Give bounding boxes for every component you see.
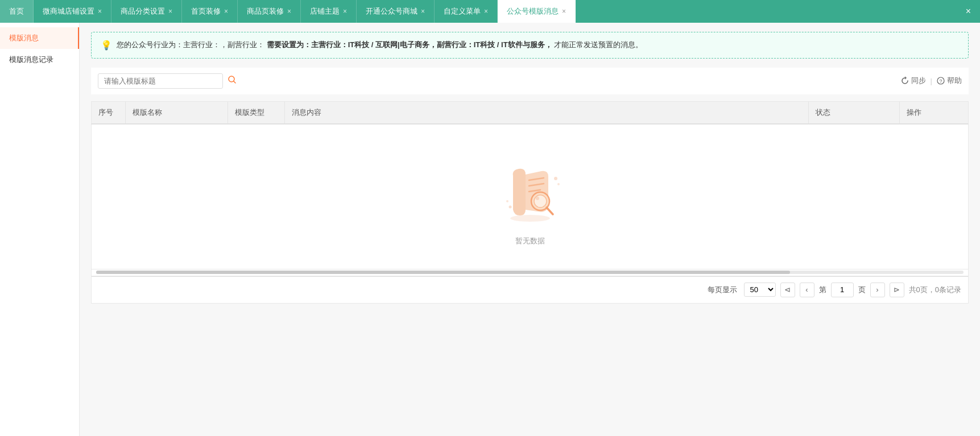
first-page-button[interactable]: ⊲ — [780, 283, 795, 297]
svg-point-14 — [508, 205, 511, 208]
search-icon — [228, 75, 237, 84]
tab-open-mall[interactable]: 开通公众号商城 × — [357, 0, 435, 23]
per-page-select[interactable]: 50 10 20 100 — [744, 283, 776, 297]
pagination-row: 每页显示 50 10 20 100 ⊲ ‹ 第 页 › ⊳ 共0页，0条记录 — [91, 276, 969, 304]
search-left — [98, 73, 237, 89]
sidebar-item-template-message[interactable]: 模版消息 — [0, 27, 79, 49]
scrollbar-thumb — [96, 271, 790, 274]
close-tab-store-theme[interactable]: × — [343, 7, 347, 15]
empty-text: 暂无数据 — [515, 236, 545, 246]
tab-wechat-store[interactable]: 微商城店铺设置 × — [34, 0, 111, 23]
tab-home-decor[interactable]: 首页装修 × — [182, 0, 238, 23]
close-tab-custom-menu[interactable]: × — [484, 7, 488, 15]
page-number-input[interactable] — [831, 283, 854, 297]
svg-line-1 — [234, 81, 235, 83]
sidebar: 模版消息 模版消息记录 — [0, 23, 80, 436]
svg-point-4 — [510, 215, 550, 222]
last-page-button[interactable]: ⊳ — [890, 283, 904, 297]
help-button[interactable]: ? 帮助 — [937, 76, 962, 86]
tab-bar: 首页 微商城店铺设置 × 商品分类设置 × 首页装修 × 商品页装修 × 店铺主… — [0, 0, 980, 23]
tab-template-msg[interactable]: 公众号模版消息 × — [498, 0, 576, 23]
total-info: 共0页，0条记录 — [909, 285, 961, 295]
th-index: 序号 — [92, 102, 126, 123]
close-tab-product-category[interactable]: × — [168, 7, 172, 15]
search-row: 同步 | ? 帮助 — [91, 68, 969, 94]
notice-text: 您的公众号行业为：主营行业：，副营行业： 需要设置为：主营行业：IT科技 / 互… — [117, 39, 959, 51]
close-tab-wechat-store[interactable]: × — [98, 7, 102, 15]
svg-point-13 — [557, 183, 560, 185]
close-tab-home-decor[interactable]: × — [224, 7, 228, 15]
svg-line-10 — [547, 207, 553, 214]
table-header: 序号 模版名称 模版类型 消息内容 状态 操作 — [91, 101, 969, 124]
main-layout: 模版消息 模版消息记录 💡 您的公众号行业为：主营行业：，副营行业： 需要设置为… — [0, 23, 980, 436]
notice-icon: 💡 — [101, 40, 112, 51]
scrollbar-row[interactable] — [91, 269, 969, 276]
tab-home[interactable]: 首页 — [0, 0, 34, 23]
svg-point-9 — [534, 195, 547, 207]
page-unit: 页 — [858, 285, 866, 295]
th-content: 消息内容 — [285, 102, 809, 123]
help-icon: ? — [937, 77, 945, 85]
prev-page-button[interactable]: ‹ — [800, 283, 814, 297]
table-container: 序号 模版名称 模版类型 消息内容 状态 操作 — [91, 101, 969, 304]
svg-point-12 — [554, 177, 557, 180]
per-page-label: 每页显示 — [708, 285, 737, 295]
svg-text:?: ? — [940, 78, 942, 84]
svg-point-15 — [506, 200, 508, 202]
notice-box: 💡 您的公众号行业为：主营行业：，副营行业： 需要设置为：主营行业：IT科技 /… — [91, 32, 969, 59]
close-all-tabs-button[interactable]: × — [957, 6, 980, 16]
svg-point-11 — [536, 197, 539, 200]
th-type: 模版类型 — [228, 102, 285, 123]
search-right: 同步 | ? 帮助 — [901, 76, 962, 86]
tab-product-category[interactable]: 商品分类设置 × — [111, 0, 182, 23]
close-tab-template-msg[interactable]: × — [562, 7, 566, 15]
sync-button[interactable]: 同步 — [901, 76, 926, 86]
tab-store-theme[interactable]: 店铺主题 × — [301, 0, 357, 23]
th-action: 操作 — [900, 102, 968, 123]
tab-product-page[interactable]: 商品页装修 × — [238, 0, 301, 23]
empty-state: 暂无数据 — [91, 124, 969, 269]
th-name: 模版名称 — [126, 102, 228, 123]
divider: | — [931, 77, 932, 85]
sync-icon — [901, 77, 909, 85]
next-page-button[interactable]: › — [870, 283, 885, 297]
tab-custom-menu[interactable]: 自定义菜单 × — [435, 0, 498, 23]
search-button[interactable] — [228, 75, 237, 86]
search-input[interactable] — [98, 73, 223, 89]
close-tab-open-mall[interactable]: × — [421, 7, 425, 15]
sidebar-item-template-record[interactable]: 模版消息记录 — [0, 49, 79, 70]
scrollbar-track — [96, 271, 964, 274]
content-area: 💡 您的公众号行业为：主营行业：，副营行业： 需要设置为：主营行业：IT科技 /… — [80, 23, 980, 436]
page-label: 第 — [819, 285, 826, 295]
close-tab-product-page[interactable]: × — [287, 7, 291, 15]
th-status: 状态 — [809, 102, 900, 123]
empty-illustration — [496, 159, 564, 227]
